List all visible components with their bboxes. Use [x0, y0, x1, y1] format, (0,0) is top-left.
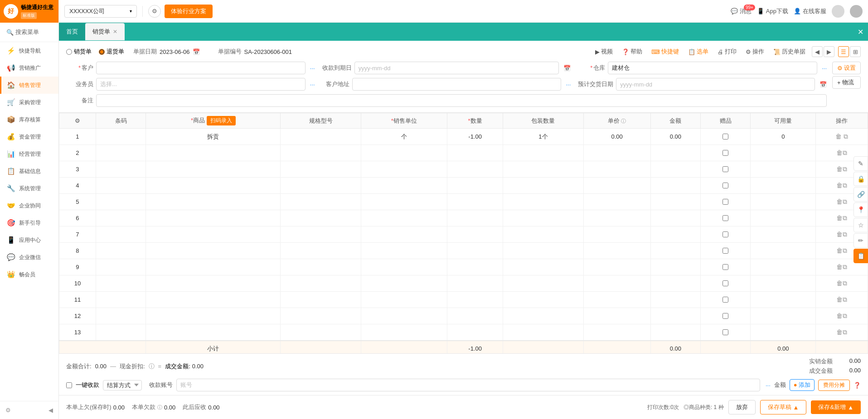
- logistics-button[interactable]: + 物流: [832, 76, 861, 89]
- sidebar-item-marketing[interactable]: 📢 营销推广: [0, 59, 58, 77]
- save-new-button[interactable]: 保存&新增 ▲: [811, 400, 861, 414]
- print-btn[interactable]: 🖨 打印: [715, 46, 739, 57]
- sidebar-item-sales[interactable]: 🏠 销售管理: [0, 77, 58, 94]
- tab-sales-order[interactable]: 销货单 ✕: [85, 23, 125, 40]
- float-clipboard-btn[interactable]: 📋: [853, 249, 868, 263]
- copy-row-icon[interactable]: ⧉: [843, 214, 847, 222]
- salesperson-input[interactable]: 选择...: [96, 78, 305, 91]
- sidebar-item-finance[interactable]: 💰 资金管理: [0, 128, 58, 145]
- gift-checkbox[interactable]: [723, 297, 728, 303]
- gift-checkbox[interactable]: [723, 134, 728, 140]
- copy-row-icon[interactable]: ⧉: [843, 231, 847, 238]
- select-order-btn[interactable]: 📋 选单: [685, 46, 711, 57]
- delete-row-icon[interactable]: 🗑: [836, 182, 843, 189]
- messages-btn[interactable]: 💬 消息 99+: [731, 7, 752, 15]
- copy-row-icon[interactable]: ⧉: [843, 198, 847, 205]
- copy-row-icon[interactable]: ⧉: [843, 182, 847, 189]
- trial-button[interactable]: 体验行业方案: [165, 5, 213, 18]
- delete-row-icon[interactable]: 🗑: [836, 231, 843, 238]
- user-avatar2[interactable]: [850, 5, 863, 18]
- account-more-btn[interactable]: ···: [766, 382, 771, 389]
- warehouse-more-btn[interactable]: ···: [822, 65, 827, 72]
- salesperson-more-btn[interactable]: ···: [310, 81, 315, 88]
- sidebar-item-purchase[interactable]: 🛒 采购管理: [0, 94, 58, 111]
- copy-row-icon[interactable]: ⧉: [843, 312, 847, 319]
- float-link-btn[interactable]: 🔗: [853, 187, 868, 202]
- delete-row-icon[interactable]: 🗑: [836, 165, 843, 173]
- sidebar-item-enterprise[interactable]: 🤝 企业协同: [0, 197, 58, 214]
- close-window-icon[interactable]: ✕: [858, 28, 863, 36]
- address-more-btn[interactable]: ···: [566, 81, 571, 88]
- delete-row-icon[interactable]: 🗑: [836, 263, 843, 270]
- sidebar-item-system[interactable]: 🔧 系统管理: [0, 180, 58, 197]
- copy-row-icon[interactable]: ⧉: [843, 296, 847, 303]
- save-draft-button[interactable]: 保存草稿 ▲: [760, 400, 807, 414]
- delete-row-icon[interactable]: 🗑: [836, 198, 843, 205]
- delete-row-icon[interactable]: 🗑: [835, 133, 842, 140]
- tab-home[interactable]: 首页: [59, 23, 85, 40]
- video-btn[interactable]: ▶ 视频: [592, 46, 616, 57]
- sidebar-item-newbie[interactable]: 🎯 新手引导: [0, 214, 58, 231]
- user-avatar[interactable]: [832, 5, 844, 18]
- add-payment-btn[interactable]: ● 添加: [790, 379, 815, 391]
- delete-row-icon[interactable]: 🗑: [836, 149, 843, 156]
- operation-btn[interactable]: ⚙ 操作: [743, 46, 767, 57]
- sales-order-radio[interactable]: 销货单: [66, 48, 92, 56]
- receive-date-input[interactable]: yyyy-mm-dd: [354, 62, 559, 74]
- sidebar-search[interactable]: 🔍 搜索菜单: [0, 23, 58, 42]
- gift-checkbox[interactable]: [723, 231, 728, 237]
- prev-btn[interactable]: ◀: [812, 46, 823, 57]
- next-btn[interactable]: ▶: [824, 46, 834, 57]
- discount-question-icon[interactable]: ⓘ: [149, 362, 155, 371]
- shortage-question-icon[interactable]: ⓘ: [157, 404, 162, 411]
- gift-checkbox[interactable]: [723, 199, 728, 205]
- customer-input[interactable]: [96, 62, 305, 74]
- shortcut-btn[interactable]: ⌨ 快捷键: [649, 46, 682, 57]
- copy-row-icon[interactable]: ⧉: [844, 133, 848, 140]
- gift-checkbox[interactable]: [723, 183, 728, 188]
- delete-row-icon[interactable]: 🗑: [836, 312, 843, 319]
- gift-checkbox[interactable]: [723, 166, 728, 172]
- col-settings[interactable]: ⚙: [59, 113, 96, 129]
- delete-row-icon[interactable]: 🗑: [836, 328, 843, 336]
- gift-checkbox[interactable]: [723, 264, 728, 270]
- sidebar-collapse-btn[interactable]: ◀: [47, 405, 55, 415]
- float-map-btn[interactable]: 📍: [853, 202, 868, 217]
- search-menu-btn[interactable]: 🔍 搜索菜单: [4, 26, 55, 38]
- delete-row-icon[interactable]: 🗑: [836, 279, 843, 287]
- float-lock-btn[interactable]: 🔒: [853, 172, 868, 186]
- customer-address-input[interactable]: [352, 78, 562, 91]
- history-btn[interactable]: 📜 历史单据: [771, 46, 808, 57]
- receive-date-calendar-icon[interactable]: 📅: [563, 65, 571, 72]
- sidebar-item-inventory[interactable]: 📦 库存核算: [0, 111, 58, 128]
- delete-row-icon[interactable]: 🗑: [836, 296, 843, 303]
- sidebar-settings-btn[interactable]: ⚙: [4, 405, 13, 415]
- account-input[interactable]: 账号: [176, 379, 760, 391]
- copy-row-icon[interactable]: ⧉: [843, 247, 847, 254]
- gift-checkbox[interactable]: [723, 215, 728, 221]
- float-edit-btn[interactable]: ✎: [853, 156, 868, 171]
- settings-btn[interactable]: ⚙: [148, 5, 161, 18]
- gift-checkbox[interactable]: [723, 248, 728, 254]
- settlement-method-select[interactable]: 结算方式: [103, 380, 142, 390]
- gift-checkbox[interactable]: [723, 280, 728, 286]
- discard-button[interactable]: 放弃: [728, 400, 756, 414]
- app-download-btn[interactable]: 📱 App下载: [757, 7, 788, 15]
- tab-close-icon[interactable]: ✕: [113, 29, 117, 35]
- delete-row-icon[interactable]: 🗑: [836, 247, 843, 254]
- copy-row-icon[interactable]: ⧉: [843, 263, 847, 270]
- scan-btn[interactable]: 扫码录入: [207, 116, 236, 125]
- sidebar-item-quick-nav[interactable]: ⚡ 快捷导航: [0, 42, 58, 59]
- warehouse-input[interactable]: 建材仓: [608, 62, 817, 74]
- delivery-calendar-icon[interactable]: 📅: [820, 81, 827, 88]
- note-input[interactable]: [96, 94, 827, 107]
- help-btn[interactable]: ❓ 帮助: [619, 46, 645, 57]
- company-selector[interactable]: XXXXXX公司 ▾: [64, 5, 137, 18]
- sidebar-item-wechat[interactable]: 💬 企业微信: [0, 249, 58, 266]
- sidebar-item-appstore[interactable]: 📱 应用中心: [0, 231, 58, 249]
- list-view-btn[interactable]: ☰: [838, 46, 849, 57]
- copy-row-icon[interactable]: ⧉: [843, 328, 847, 336]
- setting-button[interactable]: ⚙ 设置: [832, 62, 861, 74]
- gift-checkbox[interactable]: [723, 329, 728, 335]
- date-calendar-icon[interactable]: 📅: [193, 48, 200, 55]
